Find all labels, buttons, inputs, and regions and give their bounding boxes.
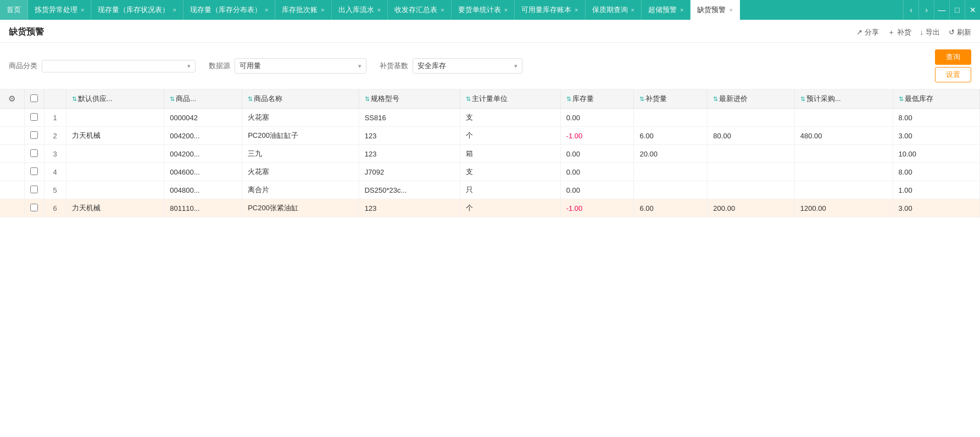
tab-close-9[interactable]: × bbox=[631, 7, 634, 13]
tab-nav-buttons: ‹ › — □ ✕ bbox=[903, 0, 980, 20]
row-checkbox-0[interactable] bbox=[30, 113, 38, 121]
row-settings-4 bbox=[0, 181, 24, 199]
row-check-0[interactable] bbox=[24, 109, 44, 127]
tab-item-11[interactable]: 缺货预警× bbox=[691, 0, 739, 20]
th-code-label: 商品... bbox=[176, 94, 196, 103]
unit-sort-icon: ⇅ bbox=[466, 96, 471, 102]
base-label: 补货基数 bbox=[380, 61, 408, 71]
table-settings-icon[interactable]: ⚙ bbox=[8, 94, 15, 103]
tab-item-7[interactable]: 要货单统计表× bbox=[452, 0, 515, 20]
settings-button[interactable]: 设置 bbox=[935, 67, 971, 82]
min-stock-sort-icon: ⇅ bbox=[899, 96, 904, 102]
tab-close-3[interactable]: × bbox=[265, 7, 268, 13]
row-min-stock-0: 8.00 bbox=[893, 109, 979, 127]
window-maximize-button[interactable]: □ bbox=[949, 0, 965, 20]
tab-close-2[interactable]: × bbox=[172, 7, 176, 13]
tab-label-9: 保质期查询 bbox=[592, 5, 628, 15]
tab-item-6[interactable]: 收发存汇总表× bbox=[388, 0, 451, 20]
th-settings[interactable]: ⚙ bbox=[0, 89, 24, 109]
row-settings-1 bbox=[0, 127, 24, 145]
th-est-purchase[interactable]: ⇅预计采购... bbox=[794, 89, 893, 109]
export-action[interactable]: ↓ 导出 bbox=[920, 27, 940, 37]
row-check-5[interactable] bbox=[24, 199, 44, 217]
row-unit-0: 支 bbox=[460, 109, 560, 127]
tab-close-1[interactable]: × bbox=[81, 7, 84, 13]
th-stock[interactable]: ⇅库存量 bbox=[560, 89, 634, 109]
th-code[interactable]: ⇅商品... bbox=[164, 89, 242, 109]
code-sort-icon: ⇅ bbox=[170, 96, 175, 102]
row-replenish-2: 20.00 bbox=[634, 145, 708, 163]
datasource-label: 数据源 bbox=[209, 61, 230, 71]
row-latest-price-2 bbox=[708, 145, 794, 163]
row-check-1[interactable] bbox=[24, 127, 44, 145]
tab-close-5[interactable]: × bbox=[377, 7, 381, 13]
tab-close-4[interactable]: × bbox=[321, 7, 324, 13]
row-check-3[interactable] bbox=[24, 163, 44, 181]
th-name[interactable]: ⇅商品名称 bbox=[242, 89, 359, 109]
export-label: 导出 bbox=[926, 27, 940, 37]
row-min-stock-4: 1.00 bbox=[893, 181, 979, 199]
share-action[interactable]: ↗ 分享 bbox=[856, 27, 879, 37]
stock-sort-icon: ⇅ bbox=[566, 96, 571, 102]
row-settings-0 bbox=[0, 109, 24, 127]
tab-close-10[interactable]: × bbox=[680, 7, 683, 13]
tab-item-10[interactable]: 超储预警× bbox=[642, 0, 691, 20]
table-header-row: ⚙ ⇅默认供应... ⇅商品... ⇅商品名称 ⇅规格型号 ⇅主计量单位 ⇅库存… bbox=[0, 89, 980, 109]
row-check-2[interactable] bbox=[24, 145, 44, 163]
tab-item-8[interactable]: 可用量库存账本× bbox=[515, 0, 585, 20]
replenish-sort-icon: ⇅ bbox=[639, 96, 644, 102]
table-row: 2力天机械004200...PC200油缸缸子123个-1.006.0080.0… bbox=[0, 127, 980, 145]
th-latest-price[interactable]: ⇅最新进价 bbox=[708, 89, 794, 109]
tab-item-5[interactable]: 出入库流水× bbox=[332, 0, 388, 20]
query-button[interactable]: 查询 bbox=[935, 49, 971, 65]
supplier-sort-icon: ⇅ bbox=[72, 96, 77, 102]
row-replenish-5: 6.00 bbox=[634, 199, 708, 217]
row-spec-2: 123 bbox=[359, 145, 460, 163]
window-minimize-button[interactable]: — bbox=[934, 0, 949, 20]
datasource-select[interactable]: 可用量 ▾ bbox=[235, 58, 366, 74]
tab-close-7[interactable]: × bbox=[504, 7, 508, 13]
row-checkbox-2[interactable] bbox=[30, 149, 38, 157]
th-supplier-label: 默认供应... bbox=[78, 94, 113, 103]
th-name-label: 商品名称 bbox=[254, 94, 282, 103]
th-replenish[interactable]: ⇅补货量 bbox=[634, 89, 708, 109]
refresh-action[interactable]: ↺ 刷新 bbox=[949, 27, 971, 37]
base-select[interactable]: 安全库存 ▾ bbox=[413, 58, 522, 74]
tab-close-8[interactable]: × bbox=[575, 7, 578, 13]
row-checkbox-1[interactable] bbox=[30, 131, 38, 139]
row-name-5: PC200张紧油缸 bbox=[242, 199, 359, 217]
th-unit[interactable]: ⇅主计量单位 bbox=[460, 89, 560, 109]
tab-item-9[interactable]: 保质期查询× bbox=[586, 0, 642, 20]
tab-item-4[interactable]: 库存批次账× bbox=[275, 0, 331, 20]
select-all-checkbox[interactable] bbox=[30, 94, 38, 102]
tab-item-3[interactable]: 现存量（库存分布表）× bbox=[183, 0, 275, 20]
tab-item-0[interactable]: 首页 bbox=[0, 0, 28, 20]
replenish-action[interactable]: ＋ 补货 bbox=[888, 27, 911, 37]
category-select[interactable]: ▾ bbox=[42, 60, 196, 72]
tab-next-button[interactable]: › bbox=[918, 0, 934, 20]
replenish-label: 补货 bbox=[897, 27, 911, 37]
tab-label-1: 拣货异常处理 bbox=[35, 5, 77, 15]
row-latest-price-1: 80.00 bbox=[708, 127, 794, 145]
row-checkbox-5[interactable] bbox=[30, 204, 38, 211]
th-spec[interactable]: ⇅规格型号 bbox=[359, 89, 460, 109]
tab-prev-button[interactable]: ‹ bbox=[903, 0, 918, 20]
row-est-purchase-1: 480.00 bbox=[794, 127, 893, 145]
tab-item-1[interactable]: 拣货异常处理× bbox=[28, 0, 91, 20]
row-checkbox-4[interactable] bbox=[30, 186, 38, 193]
th-num bbox=[44, 89, 66, 109]
tab-close-6[interactable]: × bbox=[441, 7, 444, 13]
row-stock-5: -1.00 bbox=[560, 199, 634, 217]
tab-close-11[interactable]: × bbox=[729, 7, 732, 13]
table-row: 3004200...三九123箱0.0020.0010.00 bbox=[0, 145, 980, 163]
category-filter-group: 商品分类 ▾ bbox=[9, 60, 196, 72]
row-code-0: 0000042 bbox=[164, 109, 242, 127]
th-min-stock[interactable]: ⇅最低库存 bbox=[893, 89, 979, 109]
th-check[interactable] bbox=[24, 89, 44, 109]
row-check-4[interactable] bbox=[24, 181, 44, 199]
th-supplier[interactable]: ⇅默认供应... bbox=[66, 89, 164, 109]
window-close-button[interactable]: ✕ bbox=[965, 0, 980, 20]
row-checkbox-3[interactable] bbox=[30, 167, 38, 175]
tab-item-2[interactable]: 现存量（库存状况表）× bbox=[91, 0, 183, 20]
row-num-3: 4 bbox=[44, 163, 66, 181]
